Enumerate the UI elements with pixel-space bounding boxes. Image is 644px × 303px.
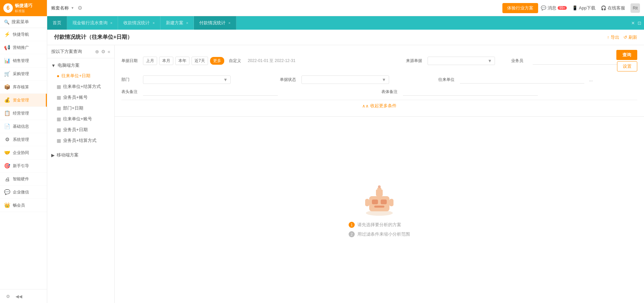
scheme-section: ▼ 电脑端方案● 往来单位+日期▦ 往来单位+结算方式▦ 业务员+账号▦ 部门+… (47, 58, 114, 148)
app-download-icon: 📱 (572, 5, 578, 10)
svg-rect-8 (365, 199, 369, 206)
add-scheme-icon[interactable]: ⊕ (95, 49, 99, 54)
tab-付款情况统计[interactable]: 付款情况统计× (194, 16, 236, 30)
nav-label: 企业协同 (13, 150, 29, 156)
tab-首页[interactable]: 首页 (47, 16, 67, 30)
doc-status-filter-col: 单据状态 ▼ (280, 75, 434, 84)
scheme-settings-icon[interactable]: ⚙ (101, 49, 106, 54)
header-note-input[interactable] (143, 88, 278, 96)
scheme-item-label: 往来单位+结算方式 (63, 84, 101, 90)
scheme-item-往来单位+结算方式[interactable]: ▦ 往来单位+结算方式 (47, 81, 114, 92)
sidebar-item-基础信息[interactable]: 📄 基础信息 (0, 120, 47, 133)
tab-新建方案[interactable]: 新建方案× (160, 16, 194, 30)
page-header-actions: ↑ 导出 ↺ 刷新 (607, 34, 638, 40)
scheme-item-往来单位+账号[interactable]: ▦ 往来单位+账号 (47, 114, 114, 124)
sidebar-item-采购管理[interactable]: 🛒 采购管理 (0, 67, 47, 81)
sidebar-item-资金管理[interactable]: 💰 资金管理 (0, 94, 47, 107)
maximize-icon[interactable]: ⊡ (638, 21, 641, 26)
online-service-label: 在线客服 (608, 5, 625, 11)
collapse-btn[interactable]: ∧∧ 收起更多条件 (121, 100, 637, 112)
scheme-item-业务员+结算方式[interactable]: ▦ 业务员+结算方式 (47, 135, 114, 146)
collapse-sidebar-icon[interactable]: ◀◀ (15, 292, 23, 300)
last-7-days-btn[interactable]: 近7天 (192, 57, 208, 65)
left-panel: 按以下方案查询 ⊕ ⚙ « ▼ 电脑端方案● 往来单位+日期▦ 往来单位+结算方… (47, 45, 115, 303)
sidebar-item-畅会员[interactable]: 👑 畅会员 (0, 199, 47, 212)
header-settings-icon[interactable]: ⚙ (78, 5, 82, 11)
date-label: 单据日期 (121, 58, 140, 64)
avatar[interactable]: Rit (631, 3, 640, 13)
online-service-item[interactable]: 🎧 在线客服 (601, 5, 625, 11)
scheme-item-业务员+日期[interactable]: ▦ 业务员+日期 (47, 124, 114, 135)
refresh-btn[interactable]: ↺ 刷新 (623, 34, 637, 40)
logo-icon: 6 (3, 3, 13, 13)
scheme-section-header[interactable]: ▼ 电脑端方案 (47, 60, 114, 70)
svg-rect-9 (389, 199, 393, 206)
close-window-icon[interactable]: ✕ (631, 21, 635, 26)
tab-close-icon[interactable]: × (110, 21, 112, 25)
sidebar-item-智能硬件[interactable]: 🖨 智能硬件 (0, 173, 47, 186)
account-dropdown-icon[interactable]: ▼ (71, 6, 74, 10)
nav-icon: 🎯 (4, 163, 10, 169)
counterpart-input[interactable] (460, 76, 584, 84)
collapse-panel-icon[interactable]: « (108, 49, 110, 54)
dept-label: 部门 (121, 77, 140, 83)
this-month-btn[interactable]: 本月 (159, 57, 173, 65)
left-panel-header: 按以下方案查询 ⊕ ⚙ « (47, 45, 114, 58)
sidebar-item-企业协同[interactable]: 🤝 企业协同 (0, 146, 47, 159)
export-btn[interactable]: ↑ 导出 (607, 34, 620, 40)
this-year-btn[interactable]: 本年 (175, 57, 189, 65)
sidebar-item-系统管理[interactable]: ⚙ 系统管理 (0, 133, 47, 146)
scheme-item-往来单位+日期[interactable]: ● 往来单位+日期 (47, 70, 114, 81)
counterpart-dots[interactable]: ... (589, 77, 593, 82)
nav-icon: 🤝 (4, 150, 10, 156)
doc-status-select[interactable]: ▼ (301, 75, 389, 84)
message-item[interactable]: 💬 消息 99+ (541, 5, 567, 11)
salesperson-label: 业务员 (511, 58, 530, 64)
sidebar-item-营销推广[interactable]: 📢 营销推广 (0, 41, 47, 54)
tab-label: 现金银行流水查询 (72, 20, 108, 26)
more-btn[interactable]: 更多 (210, 57, 224, 65)
last-month-btn[interactable]: 上月 (143, 57, 157, 65)
tab-close-icon[interactable]: × (228, 21, 230, 25)
left-schemes: ▼ 电脑端方案● 往来单位+日期▦ 往来单位+结算方式▦ 业务员+账号▦ 部门+… (47, 58, 114, 162)
sidebar-item-企业微信[interactable]: 💬 企业微信 (0, 186, 47, 199)
sidebar-item-新手引导[interactable]: 🎯 新手引导 (0, 159, 47, 173)
nav-label: 智能硬件 (13, 176, 29, 182)
tab-close-icon[interactable]: × (152, 21, 154, 25)
scheme-item-label: 业务员+账号 (63, 94, 88, 100)
nav-icon: 💬 (4, 189, 10, 195)
custom-btn[interactable]: 自定义 (226, 57, 244, 65)
section-label: 移动端方案 (57, 152, 79, 158)
tabs-container: 首页现金银行流水查询×收款情况统计×新建方案×付款情况统计× (47, 16, 236, 30)
search-icon: 🔍 (4, 20, 9, 25)
tab-收款情况统计[interactable]: 收款情况统计× (118, 16, 160, 30)
svg-rect-4 (374, 206, 384, 208)
nav-label: 基础信息 (13, 124, 29, 129)
salesperson-input[interactable] (533, 57, 620, 65)
settings-bottom-icon[interactable]: ⚙ (4, 292, 12, 300)
sidebar-item-快捷导航[interactable]: ⚡ 快捷导航 (0, 28, 47, 41)
query-btn[interactable]: 查询 (616, 50, 637, 60)
scheme-item-业务员+账号[interactable]: ▦ 业务员+账号 (47, 92, 114, 103)
body-note-input[interactable] (403, 88, 538, 96)
query-actions: 查询 设置 (616, 50, 637, 71)
header-right: 💬 消息 99+ 📱 App下载 🎧 在线客服 Rit (541, 3, 640, 13)
scheme-item-icon: ▦ (57, 95, 61, 100)
tab-现金银行流水查询[interactable]: 现金银行流水查询× (67, 16, 118, 30)
section-arrow: ▼ (51, 63, 56, 68)
sidebar-item-销售管理[interactable]: 📊 销售管理 (0, 54, 47, 67)
app-download-item[interactable]: 📱 App下载 (572, 5, 595, 11)
scheme-item-icon: ● (57, 73, 59, 79)
source-chevron-icon: ▼ (488, 58, 492, 63)
dept-select[interactable]: ▼ (143, 75, 231, 84)
settings-btn[interactable]: 设置 (617, 61, 637, 71)
app-download-label: App下载 (579, 5, 595, 11)
search-menu[interactable]: 🔍 搜索菜单 (0, 16, 47, 28)
scheme-section-header[interactable]: ▶ 移动端方案 (47, 150, 114, 160)
sidebar-item-经营管理[interactable]: 📋 经营管理 (0, 107, 47, 120)
scheme-item-部门+日期[interactable]: ▦ 部门+日期 (47, 103, 114, 114)
source-select[interactable]: ▼ (428, 57, 495, 65)
trial-btn[interactable]: 体验行业方案 (502, 3, 538, 13)
tab-close-icon[interactable]: × (186, 21, 188, 25)
sidebar-item-库存核算[interactable]: 📦 库存核算 (0, 81, 47, 94)
